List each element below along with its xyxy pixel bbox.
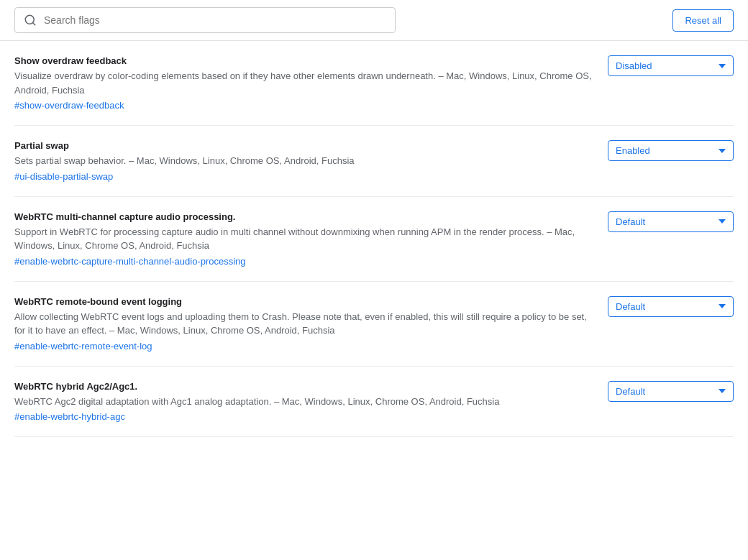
flag-control: DefaultDisabledEnabled bbox=[608, 211, 734, 232]
flag-anchor-link[interactable]: #enable-webrtc-remote-event-log bbox=[14, 341, 152, 352]
search-container bbox=[14, 7, 396, 33]
flag-item: Show overdraw feedbackVisualize overdraw… bbox=[14, 41, 734, 126]
reset-all-button[interactable]: Reset all bbox=[672, 9, 734, 32]
flag-description: Support in WebRTC for processing capture… bbox=[14, 225, 593, 253]
flag-title: Show overdraw feedback bbox=[14, 55, 593, 66]
flag-item: WebRTC multi-channel capture audio proce… bbox=[14, 197, 734, 282]
top-bar: Reset all bbox=[0, 0, 748, 41]
flag-select[interactable]: DefaultDisabledEnabled bbox=[608, 55, 734, 76]
flag-description: Allow collecting WebRTC event logs and u… bbox=[14, 310, 593, 338]
flag-control: DefaultDisabledEnabled bbox=[608, 140, 734, 161]
flags-list: Show overdraw feedbackVisualize overdraw… bbox=[0, 41, 748, 437]
flag-select[interactable]: DefaultDisabledEnabled bbox=[608, 381, 734, 402]
flag-content: Partial swapSets partial swap behavior. … bbox=[14, 140, 593, 182]
flag-title: WebRTC hybrid Agc2/Agc1. bbox=[14, 381, 593, 392]
flag-item: Partial swapSets partial swap behavior. … bbox=[14, 126, 734, 197]
flag-select[interactable]: DefaultDisabledEnabled bbox=[608, 140, 734, 161]
flag-description: WebRTC Agc2 digital adaptation with Agc1… bbox=[14, 395, 593, 409]
flag-title: WebRTC multi-channel capture audio proce… bbox=[14, 211, 593, 222]
flag-description: Sets partial swap behavior. – Mac, Windo… bbox=[14, 154, 593, 168]
flag-anchor-link[interactable]: #enable-webrtc-capture-multi-channel-aud… bbox=[14, 256, 246, 267]
flag-anchor-link[interactable]: #ui-disable-partial-swap bbox=[14, 171, 113, 182]
search-icon bbox=[24, 14, 37, 27]
flag-title: Partial swap bbox=[14, 140, 593, 151]
svg-line-1 bbox=[32, 22, 35, 24]
flag-content: WebRTC multi-channel capture audio proce… bbox=[14, 211, 593, 267]
flag-anchor-link[interactable]: #enable-webrtc-hybrid-agc bbox=[14, 411, 125, 422]
flag-item: WebRTC remote-bound event loggingAllow c… bbox=[14, 282, 734, 367]
search-input[interactable] bbox=[44, 14, 386, 26]
flag-control: DefaultDisabledEnabled bbox=[608, 55, 734, 76]
flag-control: DefaultDisabledEnabled bbox=[608, 296, 734, 317]
flag-control: DefaultDisabledEnabled bbox=[608, 381, 734, 402]
flag-content: WebRTC remote-bound event loggingAllow c… bbox=[14, 296, 593, 352]
flag-title: WebRTC remote-bound event logging bbox=[14, 296, 593, 307]
flag-select[interactable]: DefaultDisabledEnabled bbox=[608, 296, 734, 317]
flag-description: Visualize overdraw by color-coding eleme… bbox=[14, 69, 593, 97]
flag-anchor-link[interactable]: #show-overdraw-feedback bbox=[14, 100, 124, 111]
flag-select[interactable]: DefaultDisabledEnabled bbox=[608, 211, 734, 232]
flag-content: WebRTC hybrid Agc2/Agc1.WebRTC Agc2 digi… bbox=[14, 381, 593, 423]
flag-item: WebRTC hybrid Agc2/Agc1.WebRTC Agc2 digi… bbox=[14, 367, 734, 438]
flag-content: Show overdraw feedbackVisualize overdraw… bbox=[14, 55, 593, 111]
